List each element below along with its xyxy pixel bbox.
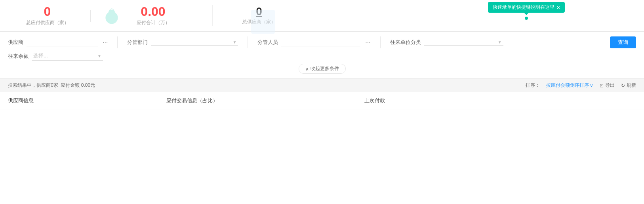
col-supplier-header: 供应商信息 [8,97,166,104]
result-text: 搜索结果中，供应商0家 应付金额 0.00元 [8,82,526,89]
tooltip-dot [525,17,528,20]
stat-total-suppliers: 0 总供应商（家） [219,6,299,25]
filter-area: 供应商 ··· 分管部门 ▼ 分管人员 ··· 往来单位分类 ▼ [0,32,644,79]
balance-chevron: ▼ [97,54,101,58]
stat-total-payable-suppliers: 0 总应付供应商（家） [8,5,87,26]
person-input[interactable] [281,38,360,46]
stat-bg-decoration [251,10,275,34]
balance-select[interactable]: 选择... ▼ [32,51,103,61]
department-chevron: ▼ [232,40,236,44]
sort-select[interactable]: 按应付会额倒序排序 ∨ [546,82,593,89]
collapse-icon: ∧ [305,66,309,72]
top-stats-bar: 0 总应付供应商（家） 0.00 应付合计（万） 快速录单的快捷键说明在这里 ×… [0,0,644,32]
table-body [0,109,644,204]
refresh-button[interactable]: ↻ 刷新 [621,82,636,89]
result-amount-label: 应付金额 [61,82,80,88]
balance-placeholder: 选择... [33,52,96,59]
filter-divider-3 [380,36,381,48]
filter-unit-class: 往来单位分类 ▼ [390,39,503,46]
filter-row-2: 往来余额 选择... ▼ [8,51,636,61]
filter-department: 分管部门 ▼ [127,39,238,46]
stat-payable-suppliers-label: 总应付供应商（家） [26,19,69,26]
supplier-input[interactable] [27,38,98,46]
result-amount-value: 0.00 [81,82,90,88]
unit-class-label: 往来单位分类 [390,39,421,46]
sort-value: 按应付会额倒序排序 [546,82,589,89]
result-actions: 排序： 按应付会额倒序排序 ∨ ⊡ 导出 ↻ 刷新 [526,82,636,89]
query-button[interactable]: 查询 [610,36,636,48]
result-middle: 家 [53,82,58,88]
result-bar: 搜索结果中，供应商0家 应付金额 0.00元 排序： 按应付会额倒序排序 ∨ ⊡… [0,79,644,92]
stat-payable-total-label: 应付合计（万） [137,19,170,26]
tooltip-close-btn[interactable]: × [557,5,560,10]
col-lastpay-header: 上次付款 [364,97,636,104]
collapse-label: 收起更多条件 [311,65,339,72]
result-supplier-count: 0 [51,82,53,88]
divider-2 [216,10,216,22]
divider-1 [90,10,91,22]
unit-class-select[interactable]: ▼ [424,39,503,46]
stat-payable-suppliers-value: 0 [44,5,51,18]
sort-label: 排序： [526,82,540,89]
sort-chevron: ∨ [590,83,593,88]
person-label: 分管人员 [257,39,278,46]
person-dots[interactable]: ··· [365,39,370,46]
balance-label: 往来余额 [8,53,29,60]
department-select[interactable]: ▼ [151,39,238,46]
table-header: 供应商信息 应付交易信息（占比） 上次付款 [0,92,644,109]
filter-divider-2 [248,36,248,48]
shortcut-tooltip[interactable]: 快速录单的快捷键说明在这里 × [488,2,565,13]
supplier-label: 供应商 [8,39,23,46]
money-bag-icon [102,6,122,26]
export-label: 导出 [605,82,615,89]
stat-payable-total: 0.00 应付合计（万） [94,5,213,26]
result-prefix: 搜索结果中，供应商 [8,82,51,88]
collapse-button[interactable]: ∧ 收起更多条件 [299,64,346,74]
supplier-dots[interactable]: ··· [103,39,108,46]
filter-balance: 往来余额 选择... ▼ [8,51,103,61]
refresh-label: 刷新 [627,82,636,89]
stat-payable-total-value: 0.00 [141,5,165,18]
result-amount-unit: 元 [90,82,95,88]
export-icon: ⊡ [600,83,604,88]
col-transaction-header: 应付交易信息（占比） [166,97,364,104]
collapse-row: ∧ 收起更多条件 [8,64,636,74]
unit-class-chevron: ▼ [498,40,502,44]
refresh-icon: ↻ [621,83,625,88]
filter-row-1: 供应商 ··· 分管部门 ▼ 分管人员 ··· 往来单位分类 ▼ [8,36,636,48]
export-button[interactable]: ⊡ 导出 [600,82,615,89]
tooltip-text: 快速录单的快捷键说明在这里 [493,4,554,11]
filter-supplier: 供应商 ··· [8,38,108,46]
filter-person: 分管人员 ··· [257,38,370,46]
department-label: 分管部门 [127,39,148,46]
svg-point-1 [109,10,115,13]
filter-divider-1 [117,36,118,48]
